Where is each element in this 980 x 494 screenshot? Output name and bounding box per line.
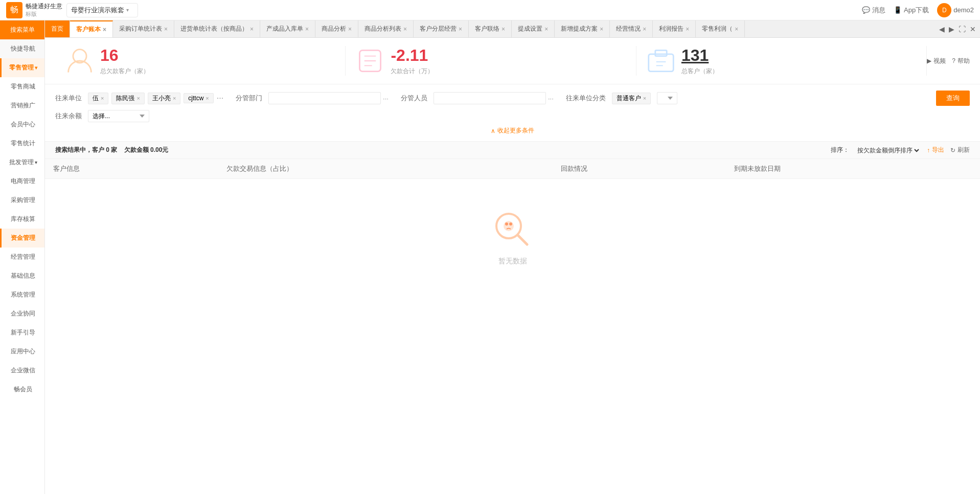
tab-production-inbound[interactable]: 产成品入库单 ×	[260, 20, 315, 37]
stat-label-receivable: 欠款合计（万）	[391, 67, 434, 76]
close-icon[interactable]: ×	[600, 26, 603, 33]
sidebar-item-member-center[interactable]: 会员中心	[0, 115, 44, 134]
tab-purchase-stats[interactable]: 进货单统计表（按商品） ×	[174, 20, 260, 37]
tab-customer-segment[interactable]: 客户分层经营 ×	[414, 20, 469, 37]
message-button[interactable]: 💬 消息	[862, 6, 885, 15]
remove-tag-chen[interactable]: ×	[136, 95, 140, 101]
sidebar-item-basic-info[interactable]: 基础信息	[0, 266, 44, 285]
sidebar-item-app-center[interactable]: 应用中心	[0, 342, 44, 361]
close-icon[interactable]: ×	[544, 26, 548, 33]
query-button[interactable]: 查询	[936, 91, 970, 106]
close-icon[interactable]: ×	[502, 26, 505, 33]
filter-tag-cjttcw: cjttcw ×	[184, 93, 213, 103]
close-icon[interactable]: ×	[103, 26, 106, 33]
video-help-button[interactable]: ▶ 视频	[927, 57, 946, 65]
export-button[interactable]: ↑ 导出	[927, 146, 944, 154]
sidebar-item-ecommerce-mgmt[interactable]: 电商管理	[0, 172, 44, 191]
stat-icon-customers	[65, 47, 94, 75]
tab-retail-profit[interactable]: 零售利润（ ×	[696, 20, 745, 37]
chevron-down-icon: ▾	[35, 65, 37, 71]
filter-tag-wang: 王小亮 ×	[148, 93, 180, 104]
remove-tag-wang[interactable]: ×	[173, 95, 176, 101]
tab-customer-contact[interactable]: 客户联络 ×	[469, 20, 512, 37]
top-bar-right: 💬 消息 📱 App下载 D demo2	[862, 3, 974, 17]
stat-info-total-debt: 16 总欠款客户（家）	[100, 46, 149, 76]
sidebar-item-quick-nav[interactable]: 快捷导航	[0, 39, 44, 58]
close-icon[interactable]: ×	[348, 26, 352, 33]
user-profile[interactable]: D demo2	[937, 3, 974, 17]
close-icon[interactable]: ×	[164, 26, 168, 33]
refresh-button[interactable]: ↻ 刷新	[950, 146, 970, 154]
close-icon[interactable]: ×	[250, 26, 254, 33]
person-filter-dots[interactable]: ···	[548, 95, 554, 102]
balance-filter-label: 往来余额	[55, 111, 82, 121]
close-icon[interactable]: ×	[459, 26, 462, 33]
store-selector[interactable]: 母婴行业演示账套 ▾	[66, 3, 138, 17]
person-filter-input[interactable]	[434, 92, 546, 104]
stat-total-customers: 131 总客户（家）	[636, 46, 927, 76]
sidebar-item-retail-mgmt[interactable]: 零售管理 ▾	[0, 58, 44, 77]
sidebar-search-menu[interactable]: 搜索菜单	[0, 20, 44, 39]
app-download-button[interactable]: 📱 App下载	[894, 6, 929, 15]
remove-tag-common-customer[interactable]: ×	[643, 95, 646, 101]
filter-tag-chen: 陈民强 ×	[111, 93, 144, 104]
close-icon[interactable]: ×	[735, 26, 738, 33]
top-bar-left: 畅 畅捷通好生意 标版 母婴行业演示账套 ▾	[6, 2, 138, 18]
unit-filter-label: 往来单位	[55, 94, 82, 103]
tab-customer-book[interactable]: 客户账本 ×	[70, 20, 113, 37]
tab-prev-icon[interactable]: ◀	[938, 24, 946, 34]
sidebar-item-enterprise-coop[interactable]: 企业协同	[0, 304, 44, 323]
sidebar-item-new-guide[interactable]: 新手引导	[0, 323, 44, 342]
dept-filter-wrap: ···	[268, 92, 389, 104]
tab-product-analysis[interactable]: 商品分析 ×	[315, 20, 358, 37]
stat-total-debt-customers: 16 总欠款客户（家）	[55, 46, 346, 76]
sidebar-item-wholesale-mgmt[interactable]: 批发管理 ▾	[0, 153, 44, 172]
sidebar-item-enterprise-wechat[interactable]: 企业微信	[0, 361, 44, 380]
remove-tag-cjttcw[interactable]: ×	[206, 95, 209, 101]
stat-value-total-customers: 131	[681, 46, 718, 65]
tab-profit-report[interactable]: 利润报告 ×	[653, 20, 696, 37]
col-customer-info: 客户信息	[45, 159, 218, 179]
avatar: D	[937, 3, 951, 17]
sort-select[interactable]: 按欠款金额倒序排序	[855, 146, 921, 154]
chevron-down-icon: ▾	[35, 160, 37, 165]
close-icon[interactable]: ×	[403, 26, 407, 33]
sidebar-item-capital-mgmt[interactable]: 资金管理	[0, 229, 44, 248]
tab-expand-icon[interactable]: ⛶	[958, 24, 967, 34]
close-icon[interactable]: ×	[643, 26, 646, 33]
help-button[interactable]: ? 帮助	[952, 57, 970, 65]
tab-purchase-order-summary[interactable]: 采购订单统计表 ×	[113, 20, 174, 37]
sidebar-item-retail-stats[interactable]: 零售统计	[0, 134, 44, 153]
sidebar-item-marketing[interactable]: 营销推广	[0, 96, 44, 115]
tab-business-status[interactable]: 经营情况 ×	[610, 20, 653, 37]
sidebar-item-vip-member[interactable]: 畅会员	[0, 380, 44, 399]
sidebar-item-operation-mgmt[interactable]: 经营管理	[0, 248, 44, 266]
tab-close-all-icon[interactable]: ✕	[969, 24, 977, 34]
download-icon: 📱	[894, 6, 902, 14]
tab-product-analysis-list[interactable]: 商品分析列表 ×	[358, 20, 414, 37]
collapse-filters-button[interactable]: ∧ 收起更多条件	[491, 126, 534, 135]
dept-filter-dots[interactable]: ···	[383, 95, 389, 102]
tab-new-promo-plan[interactable]: 新增提成方案 ×	[555, 20, 610, 37]
video-icon: ▶	[927, 57, 931, 64]
remove-tag-wu[interactable]: ×	[101, 95, 104, 101]
sidebar-item-purchase-mgmt[interactable]: 采购管理	[0, 191, 44, 210]
unit-class-filter-tags: 普通客户 ×	[612, 93, 651, 104]
tab-home[interactable]: 首页	[45, 20, 70, 37]
filter-more-tags[interactable]: ···	[217, 94, 223, 103]
close-icon[interactable]: ×	[686, 26, 689, 33]
table-header-row: 客户信息 欠款交易信息（占比） 回款情况 到期未放款日期	[45, 159, 980, 179]
dept-filter-input[interactable]	[268, 92, 381, 104]
close-icon[interactable]: ×	[305, 26, 309, 33]
balance-filter-select[interactable]: 选择...	[88, 110, 149, 122]
sidebar-item-inventory[interactable]: 库存核算	[0, 210, 44, 229]
dept-filter-label: 分管部门	[236, 94, 262, 103]
sidebar-item-retail-mall[interactable]: 零售商城	[0, 77, 44, 96]
tab-promotion-settings[interactable]: 提成设置 ×	[512, 20, 555, 37]
sidebar-item-system-mgmt[interactable]: 系统管理	[0, 285, 44, 304]
tab-next-icon[interactable]: ▶	[948, 24, 955, 34]
col-repayment: 回款情况	[553, 159, 726, 179]
stat-label-total-customers: 总客户（家）	[681, 67, 718, 76]
unit-class-filter-select[interactable]	[657, 92, 677, 104]
person-filter-label: 分管人员	[401, 94, 427, 103]
